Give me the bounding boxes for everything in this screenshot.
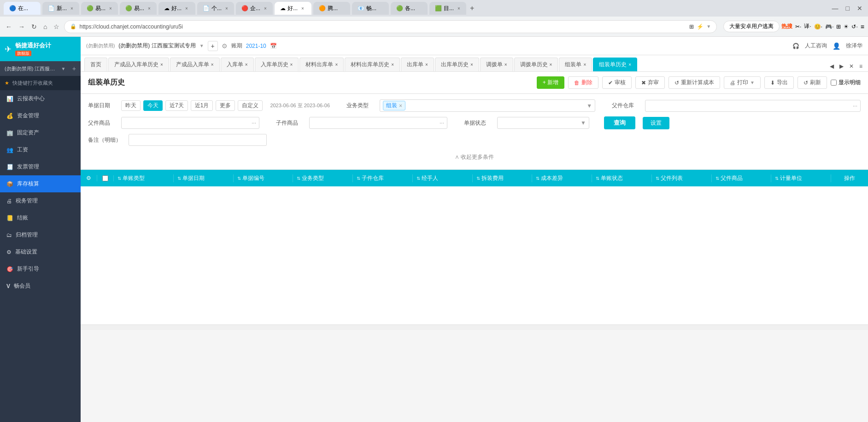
- tab-close-2[interactable]: ×: [109, 6, 112, 11]
- tab-browser-11[interactable]: 🟩 目... ×: [429, 2, 466, 15]
- new-tab-button[interactable]: +: [468, 2, 476, 14]
- business-type-dropdown[interactable]: ▼: [586, 103, 592, 109]
- tab-close-pt12[interactable]: ×: [628, 62, 631, 67]
- maximize-button[interactable]: □: [844, 3, 851, 14]
- tab-browser-3[interactable]: 🟢 易... ×: [120, 2, 157, 15]
- search-bar[interactable]: 大量安卓用户逃离: [723, 21, 780, 32]
- tab-browser-7[interactable]: ☁ 好... ×: [275, 2, 311, 15]
- close-all-tabs[interactable]: ✕: [847, 61, 856, 71]
- sidebar-item-settings[interactable]: ⚙ 基础设置: [0, 243, 81, 260]
- settings-gear-icon[interactable]: ⚙: [86, 175, 91, 181]
- sidebar-item-membership[interactable]: V 畅会员: [0, 277, 81, 295]
- sidebar-item-archive[interactable]: 🗂 归档管理: [0, 226, 81, 243]
- page-tab-2[interactable]: 产成品入库单 ×: [170, 58, 220, 71]
- tab-close-7[interactable]: ×: [301, 6, 304, 11]
- page-tab-11[interactable]: 组装单 ×: [559, 58, 592, 71]
- forward-button[interactable]: →: [17, 21, 27, 32]
- tab-close-pt10[interactable]: ×: [550, 62, 552, 67]
- add-button[interactable]: + 新增: [537, 76, 564, 89]
- sidebar-item-invoice[interactable]: 🧾 发票管理: [0, 158, 81, 175]
- sidebar-item-guide[interactable]: 🎯 新手引导: [0, 260, 81, 277]
- menu-icon[interactable]: ≡: [861, 23, 864, 30]
- page-tab-9[interactable]: 调拨单 ×: [480, 58, 513, 71]
- user-name[interactable]: 徐泽华: [846, 42, 862, 50]
- dropdown-icon[interactable]: ▼: [706, 24, 711, 29]
- bookmark-button[interactable]: ☆: [52, 21, 61, 32]
- page-tab-6[interactable]: 材料出库单历史 ×: [345, 58, 400, 71]
- tab-browser-10[interactable]: 🟢 各...: [391, 2, 428, 15]
- tab-close-5[interactable]: ×: [225, 6, 228, 11]
- tab-close-pt11[interactable]: ×: [583, 62, 586, 67]
- tab-browser-0[interactable]: 🔵 在...: [4, 2, 41, 15]
- sidebar-item-settlement[interactable]: 📒 结账: [0, 209, 81, 226]
- help-label[interactable]: 人工咨询: [805, 42, 827, 50]
- date-btn-1month[interactable]: 近1月: [191, 100, 213, 111]
- page-tab-10[interactable]: 调拨单历史 ×: [514, 58, 558, 71]
- tab-browser-5[interactable]: 📄 个... ×: [197, 2, 234, 15]
- address-bar[interactable]: 🔒 https://cloud.chanjet.com/accounting/u…: [64, 20, 717, 33]
- page-tab-3[interactable]: 入库单 ×: [221, 58, 254, 71]
- page-tab-5[interactable]: 材料出库单 ×: [299, 58, 344, 71]
- tab-close-pt1[interactable]: ×: [160, 62, 163, 67]
- sidebar-item-inventory[interactable]: 📦 库存核算: [0, 175, 81, 192]
- tab-browser-9[interactable]: 📧 畅...: [352, 2, 389, 15]
- page-tab-12[interactable]: 组装单历史 ×: [593, 58, 637, 71]
- tab-close-pt5[interactable]: ×: [335, 62, 338, 67]
- date-btn-7days[interactable]: 近7天: [165, 100, 188, 111]
- add-company-icon[interactable]: +: [72, 65, 76, 72]
- tab-browser-1[interactable]: 📄 新... ×: [42, 2, 79, 15]
- delete-button[interactable]: 🗑 删除: [568, 76, 598, 89]
- page-tab-7[interactable]: 出库单 ×: [401, 58, 434, 71]
- date-btn-more[interactable]: 更多: [216, 100, 235, 111]
- th-settings[interactable]: ⚙: [81, 175, 97, 181]
- tab-close-pt4[interactable]: ×: [290, 62, 293, 67]
- tabs-scroll-left[interactable]: ◀: [828, 61, 836, 71]
- th-checkbox[interactable]: [97, 175, 114, 181]
- abandon-button[interactable]: ✖ 弃审: [635, 76, 665, 89]
- tab-browser-4[interactable]: ☁ 好... ×: [158, 2, 195, 15]
- recalculate-button[interactable]: ↺ 重新计算成本: [669, 76, 720, 89]
- select-all-checkbox[interactable]: [102, 175, 108, 181]
- page-tab-4[interactable]: 入库单历史 ×: [255, 58, 299, 71]
- tab-browser-6[interactable]: 🔴 企... ×: [236, 2, 273, 15]
- tab-browser-2[interactable]: 🟢 易... ×: [81, 2, 118, 15]
- child-goods-more[interactable]: ···: [440, 120, 444, 126]
- tab-close-3[interactable]: ×: [148, 6, 151, 11]
- export-button[interactable]: ⬇ 导出: [764, 76, 794, 89]
- close-button[interactable]: ✕: [855, 3, 864, 14]
- reload-button[interactable]: ↻: [29, 21, 39, 32]
- tab-close-11[interactable]: ×: [457, 6, 460, 11]
- tab-close-pt3[interactable]: ×: [245, 62, 248, 67]
- company-selector[interactable]: (勿删勿禁用) 江西服宝测试专用 ▼ +: [0, 61, 81, 76]
- audit-button[interactable]: ✔ 审核: [602, 76, 632, 89]
- gear-icon[interactable]: ⚙: [222, 42, 228, 50]
- company-full[interactable]: (勿删勿禁用) 江西服宝测试专用: [118, 42, 195, 50]
- page-tab-1[interactable]: 产成品入库单历史 ×: [108, 58, 169, 71]
- sidebar-item-payroll[interactable]: 👥 工资: [0, 141, 81, 158]
- minimize-button[interactable]: —: [830, 3, 840, 14]
- tab-close-pt9[interactable]: ×: [504, 62, 507, 67]
- collapse-bar[interactable]: ∧ 收起更多条件: [88, 150, 861, 164]
- date-btn-today[interactable]: 今天: [143, 100, 163, 111]
- page-tab-home[interactable]: 首页: [84, 58, 107, 71]
- tab-close-pt2[interactable]: ×: [211, 62, 214, 67]
- show-detail-input[interactable]: [831, 80, 837, 86]
- home-button[interactable]: ⌂: [41, 21, 49, 32]
- date-btn-yesterday[interactable]: 昨天: [121, 100, 141, 111]
- sidebar-item-fixed-assets[interactable]: 🏢 固定资产: [0, 124, 81, 141]
- parent-goods-more[interactable]: ···: [252, 120, 256, 126]
- search-button[interactable]: 查询: [604, 116, 635, 129]
- tabs-menu[interactable]: ≡: [857, 61, 864, 71]
- tab-close-pt8[interactable]: ×: [470, 62, 473, 67]
- calendar-icon[interactable]: 📅: [270, 43, 277, 49]
- parent-warehouse-more[interactable]: ···: [853, 103, 857, 109]
- date-btn-custom[interactable]: 自定义: [238, 100, 263, 111]
- favorites-bar[interactable]: ★ 快捷键打开收藏夹: [0, 76, 81, 90]
- tab-close-4[interactable]: ×: [185, 6, 188, 11]
- page-tab-8[interactable]: 出库单历史 ×: [435, 58, 479, 71]
- add-company-btn[interactable]: +: [208, 41, 218, 51]
- back-button[interactable]: ←: [4, 21, 14, 32]
- period-value[interactable]: 2021-10: [246, 43, 266, 49]
- tab-browser-8[interactable]: 🟠 腾...: [313, 2, 350, 15]
- sidebar-item-cloud-reports[interactable]: 📊 云报表中心: [0, 90, 81, 107]
